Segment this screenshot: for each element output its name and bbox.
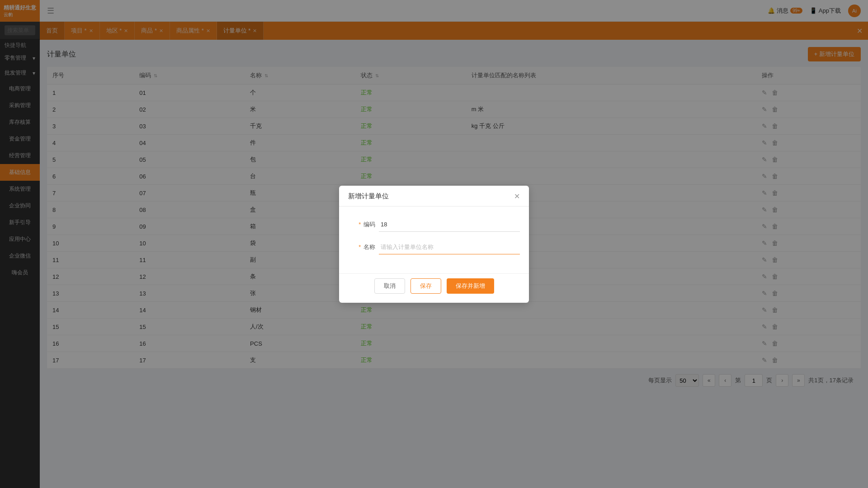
save-and-new-button[interactable]: 保存并新增 <box>447 278 494 294</box>
modal-body: * 编码 * 名称 <box>339 206 529 270</box>
form-row-code: * 编码 <box>348 217 520 232</box>
name-label: * 名称 <box>348 243 375 251</box>
save-button[interactable]: 保存 <box>410 278 441 294</box>
modal-title: 新增计量单位 <box>348 192 389 201</box>
name-input[interactable] <box>379 240 520 254</box>
code-label: * 编码 <box>348 221 375 229</box>
modal-close-button[interactable]: ✕ <box>514 192 520 201</box>
modal-overlay[interactable]: 新增计量单位 ✕ * 编码 * 名称 取消 保存 保存并新增 <box>0 0 868 488</box>
form-row-name: * 名称 <box>348 240 520 254</box>
modal-header: 新增计量单位 ✕ <box>339 186 529 206</box>
cancel-button[interactable]: 取消 <box>374 278 405 294</box>
modal-footer: 取消 保存 保存并新增 <box>339 273 529 303</box>
add-unit-modal: 新增计量单位 ✕ * 编码 * 名称 取消 保存 保存并新增 <box>339 186 529 303</box>
code-input[interactable] <box>379 217 520 232</box>
